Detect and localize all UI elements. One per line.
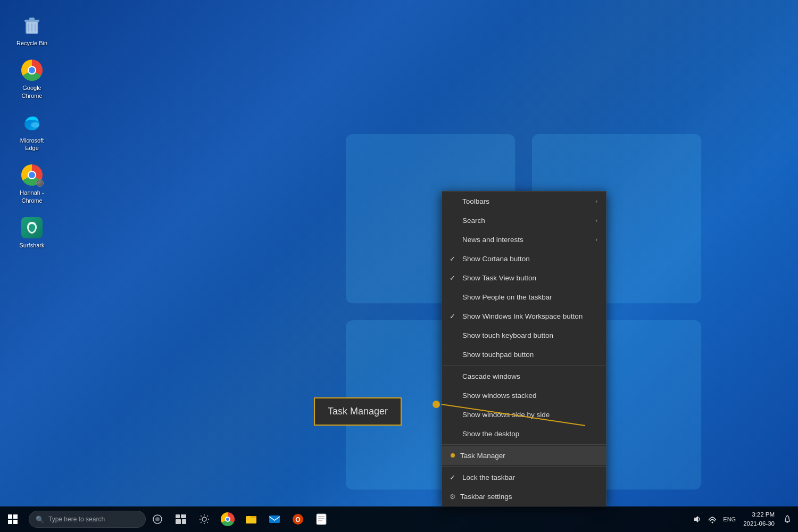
menu-item-show-ink[interactable]: ✓Show Windows Ink Workspace button — [442, 306, 606, 326]
language-label: ENG — [723, 516, 736, 522]
menu-item-lock-taskbar[interactable]: ✓Lock the taskbar — [442, 468, 606, 487]
network-icon[interactable] — [705, 506, 720, 532]
menu-item-news-interests[interactable]: ✓News and interests› — [442, 230, 606, 249]
svg-rect-17 — [181, 514, 186, 518]
system-clock[interactable]: 3:22 PM 2021-06-30 — [739, 506, 779, 532]
tray-icons-container: ENG — [690, 506, 739, 532]
menu-item-side-by-side[interactable]: ✓Show windows side by side — [442, 405, 606, 424]
cortana-button[interactable] — [146, 506, 169, 532]
menu-item-label: Lock the taskbar — [462, 473, 515, 481]
taskbar: 🔍 Type here to search — [0, 506, 798, 532]
search-placeholder: Type here to search — [48, 516, 105, 523]
svg-rect-22 — [246, 518, 256, 523]
check-mark: ✓ — [450, 312, 459, 320]
menu-item-taskbar-settings[interactable]: ⚙Taskbar settings — [442, 487, 606, 506]
menu-item-label: Cascade windows — [462, 372, 520, 380]
tooltip-label: Task Manager — [328, 406, 388, 417]
menu-item-label: Show People on the taskbar — [462, 293, 552, 301]
task-manager-tooltip: Task Manager — [314, 397, 402, 426]
menu-item-stacked[interactable]: ✓Show windows stacked — [442, 386, 606, 405]
volume-icon[interactable] — [690, 506, 705, 532]
menu-item-label: Show Windows Ink Workspace button — [462, 312, 583, 320]
menu-item-label: Show touch keyboard button — [462, 331, 553, 339]
hannah-chrome-icon — [20, 163, 44, 187]
microsoft-edge-label: Microsoft Edge — [14, 137, 50, 152]
recycle-bin-label: Recycle Bin — [16, 39, 47, 47]
context-menu: ✓Toolbars›✓Search›✓News and interests›✓S… — [442, 191, 606, 506]
menu-item-label: Taskbar settings — [460, 493, 512, 501]
taskbar-search[interactable]: 🔍 Type here to search — [29, 511, 146, 528]
clock-time: 3:22 PM — [752, 510, 775, 519]
desktop-icon-surfshark[interactable]: Surfshark — [11, 213, 53, 252]
taskbar-file-explorer-icon — [244, 512, 258, 526]
google-chrome-label: Google Chrome — [14, 84, 50, 99]
menu-item-search[interactable]: ✓Search› — [442, 211, 606, 230]
svg-point-15 — [155, 517, 160, 521]
system-tray: ENG 3:22 PM 2021-06-30 — [688, 506, 798, 532]
hannah-chrome-label: Hannah - Chrome — [14, 189, 50, 204]
desktop-icon-hannah-chrome[interactable]: Hannah - Chrome — [11, 160, 53, 207]
check-mark: ✓ — [450, 255, 459, 263]
surfshark-icon — [20, 216, 44, 239]
menu-item-label: Show windows stacked — [462, 392, 537, 400]
desktop-icon-microsoft-edge[interactable]: Microsoft Edge — [11, 108, 53, 155]
desktop-icon-recycle-bin[interactable]: Recycle Bin — [11, 11, 53, 50]
taskbar-office-icon: O — [291, 512, 305, 526]
start-button[interactable] — [0, 506, 26, 532]
settings-icon — [198, 513, 210, 525]
taskbar-mail-app[interactable] — [263, 506, 286, 532]
menu-item-toolbars[interactable]: ✓Toolbars› — [442, 192, 606, 211]
taskbar-notes-app[interactable] — [310, 506, 333, 532]
taskbar-office-app[interactable]: O — [286, 506, 310, 532]
submenu-arrow-icon: › — [595, 198, 597, 204]
desktop-icons-container: Recycle Bin Google Chrome — [11, 11, 53, 252]
menu-item-show-touch-kb[interactable]: ✓Show touch keyboard button — [442, 326, 606, 345]
notification-button[interactable] — [779, 506, 796, 532]
taskbar-file-explorer-app[interactable] — [239, 506, 263, 532]
svg-point-30 — [712, 522, 713, 523]
microsoft-edge-icon — [20, 111, 44, 135]
search-icon: 🔍 — [36, 516, 44, 523]
taskbar-chrome-app[interactable] — [216, 506, 239, 532]
submenu-arrow-icon: › — [595, 236, 597, 243]
menu-item-show-task-view[interactable]: ✓Show Task View button — [442, 268, 606, 287]
svg-rect-6 — [29, 18, 35, 20]
task-view-icon — [176, 514, 186, 524]
submenu-arrow-icon: › — [595, 217, 597, 223]
menu-divider — [442, 365, 606, 365]
menu-item-label: News and interests — [462, 236, 523, 244]
gear-icon: ⚙ — [450, 493, 456, 501]
menu-item-show-people[interactable]: ✓Show People on the taskbar — [442, 287, 606, 306]
menu-item-show-touchpad[interactable]: ✓Show touchpad button — [442, 345, 606, 364]
svg-text:O: O — [295, 516, 300, 523]
check-mark: ✓ — [450, 473, 459, 481]
menu-divider — [442, 466, 606, 467]
settings-taskbar-button[interactable] — [193, 506, 216, 532]
taskbar-chrome-icon — [221, 512, 235, 526]
menu-item-label: Show Task View button — [462, 274, 536, 282]
menu-item-show-desktop[interactable]: ✓Show the desktop — [442, 424, 606, 443]
desktop-icon-google-chrome[interactable]: Google Chrome — [11, 55, 53, 103]
menu-item-label: Task Manager — [460, 452, 505, 460]
menu-item-cascade[interactable]: ✓Cascade windows — [442, 367, 606, 386]
svg-rect-23 — [269, 516, 280, 523]
clock-date: 2021-06-30 — [743, 519, 775, 528]
windows-logo-icon — [8, 514, 18, 524]
menu-item-label: Show touchpad button — [462, 351, 534, 359]
svg-rect-16 — [176, 514, 180, 518]
language-indicator[interactable]: ENG — [720, 506, 739, 532]
menu-item-show-cortana[interactable]: ✓Show Cortana button — [442, 249, 606, 268]
menu-item-label: Search — [462, 217, 485, 225]
svg-point-20 — [202, 517, 206, 521]
desktop: Recycle Bin Google Chrome — [0, 0, 798, 532]
menu-item-label: Show Cortana button — [462, 255, 530, 263]
svg-rect-19 — [182, 519, 186, 524]
bullet-indicator — [451, 453, 455, 458]
menu-item-task-manager[interactable]: Task Manager — [442, 446, 606, 465]
task-view-button[interactable] — [169, 506, 193, 532]
menu-item-label: Show windows side by side — [462, 411, 550, 419]
taskbar-notes-icon — [314, 512, 328, 526]
menu-divider — [442, 444, 606, 445]
cortana-icon — [152, 514, 163, 525]
menu-item-label: Toolbars — [462, 197, 489, 205]
